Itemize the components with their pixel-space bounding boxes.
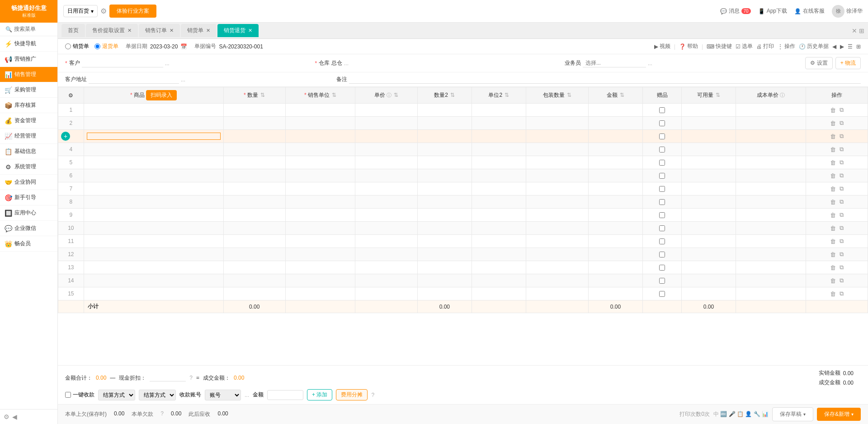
gift-checkbox[interactable] (659, 107, 665, 113)
sidebar-item-shortcut[interactable]: ⚡ 快捷导航 (0, 36, 57, 52)
pack-qty-cell-active[interactable] (526, 130, 589, 143)
copy-row-btn[interactable]: ⧉ (839, 145, 844, 154)
unit2-sort-icon[interactable]: ⇅ (505, 92, 509, 98)
tab-sale-delivery[interactable]: 销货单 ✕ (181, 24, 217, 37)
radio-sale-input[interactable] (65, 43, 71, 49)
agent-input[interactable] (583, 59, 646, 67)
gift-checkbox-active[interactable] (659, 133, 665, 139)
save-draft-dropdown-icon[interactable]: ▾ (803, 412, 806, 417)
unit2-cell[interactable] (472, 117, 526, 130)
qty2-cell[interactable] (417, 117, 472, 130)
toolbar-video[interactable]: ▶ 视频 (654, 43, 670, 50)
tab-sale-price[interactable]: 售价提取设置 ✕ (86, 24, 138, 37)
radio-sale[interactable]: 销货单 (65, 43, 89, 50)
copy-row-btn[interactable]: ⧉ (839, 119, 844, 128)
industry-select[interactable]: 日用百货 ▾ (63, 5, 98, 17)
sidebar-item-sales[interactable]: 📊 销售管理 (0, 67, 57, 82)
settings-icon[interactable]: ⚙ (68, 92, 73, 99)
save-new-btn[interactable]: 保存&新增 ▾ (817, 408, 861, 421)
unit2-cell[interactable] (472, 104, 526, 117)
delete-row-btn[interactable]: 🗑 (829, 276, 837, 285)
price-cell[interactable] (355, 104, 417, 117)
customer-dots[interactable]: ... (165, 60, 170, 67)
one-click-payment-checkbox[interactable]: 一键收款 (65, 391, 94, 399)
delete-row-btn[interactable]: 🗑 (829, 237, 837, 246)
sidebar-item-member[interactable]: 👑 畅会员 (0, 236, 57, 252)
product-input-active[interactable] (87, 133, 221, 140)
sidebar-search[interactable]: 🔍 搜索菜单 (0, 23, 57, 36)
toolbar-print[interactable]: 🖨 打印 (756, 43, 774, 50)
tab-sale-return[interactable]: 销货退货 ✕ (217, 24, 259, 37)
product-input[interactable] (87, 107, 221, 113)
collapse-icon[interactable]: ◀ (12, 413, 17, 420)
payment-amount-input[interactable] (267, 390, 303, 400)
pack-qty-cell[interactable] (526, 117, 589, 130)
delete-row-btn[interactable]: 🗑 (829, 172, 837, 180)
delete-row-btn[interactable]: 🗑 (829, 263, 837, 272)
address-dots[interactable]: ... (181, 76, 185, 83)
delete-row-btn[interactable]: 🗑 (829, 145, 837, 154)
pack-sort-icon[interactable]: ⇅ (567, 92, 571, 98)
gift-checkbox[interactable] (659, 252, 665, 257)
warehouse-dots[interactable]: ... (344, 60, 349, 67)
discount-input[interactable] (150, 375, 186, 381)
toolbar-history[interactable]: 🕐 历史单据 (799, 43, 829, 50)
remark-input[interactable] (349, 75, 861, 84)
tab-close-sale-return[interactable]: ✕ (248, 28, 252, 33)
delete-row-btn[interactable]: 🗑 (829, 132, 837, 141)
cost-price-cell[interactable] (736, 117, 806, 130)
gift-checkbox[interactable] (659, 186, 665, 192)
fee-help-icon[interactable]: ? (371, 392, 374, 398)
toolbar-view-grid[interactable]: ⊞ (856, 43, 861, 50)
delete-row-btn[interactable]: 🗑 (829, 185, 837, 193)
save-new-dropdown-icon[interactable]: ▾ (851, 412, 854, 417)
account-select[interactable]: 账号 (205, 390, 241, 400)
settlement-select[interactable]: 结算方式 (98, 390, 135, 400)
gift-checkbox[interactable] (659, 199, 665, 205)
qty-cell[interactable] (223, 117, 285, 130)
qty-cell[interactable] (223, 104, 285, 117)
toolbar-prev[interactable]: ◀ (832, 43, 836, 50)
customer-input[interactable] (82, 59, 163, 67)
amount-cell[interactable] (588, 117, 642, 130)
sidebar-item-enterprise[interactable]: 🤝 企业协同 (0, 175, 57, 190)
toolbar-help[interactable]: ❓ 帮助 (679, 43, 698, 50)
tab-home[interactable]: 首页 (61, 24, 85, 37)
expand-tabs-btn[interactable]: ⊞ (859, 27, 864, 34)
settings-bottom-icon[interactable]: ⚙ (4, 413, 9, 420)
price-info-icon[interactable]: ⓘ (387, 92, 392, 98)
gift-checkbox[interactable] (659, 238, 665, 244)
single-owe-info-icon[interactable]: ? (160, 410, 164, 418)
cost-price-cell-active[interactable] (736, 130, 806, 143)
copy-row-btn[interactable]: ⧉ (839, 210, 844, 219)
tab-close-sale-delivery[interactable]: ✕ (206, 28, 210, 33)
available-cell-active[interactable] (681, 130, 736, 143)
sidebar-item-system[interactable]: ⚙ 系统管理 (0, 159, 57, 175)
discount-help-icon[interactable]: ? (189, 375, 193, 381)
gift-cell-active[interactable] (643, 130, 682, 143)
gift-checkbox[interactable] (659, 173, 665, 179)
avail-sort-icon[interactable]: ⇅ (716, 92, 720, 98)
toolbar-select[interactable]: ☑ 选单 (736, 43, 753, 50)
delete-row-btn[interactable]: 🗑 (829, 106, 837, 114)
amount-cell[interactable] (588, 104, 642, 117)
copy-row-btn[interactable]: ⧉ (839, 276, 844, 285)
sidebar-item-apps[interactable]: 🔲 应用中心 (0, 205, 57, 221)
account-dots[interactable]: ... (245, 392, 249, 398)
toolbar-view-list[interactable]: ☰ (848, 43, 853, 50)
gift-cell[interactable] (643, 117, 682, 130)
product-cell-active[interactable] (84, 130, 223, 143)
sidebar-item-inventory[interactable]: 📦 库存核算 (0, 98, 57, 113)
cost-info-icon[interactable]: ⓘ (780, 92, 785, 98)
delete-row-btn[interactable]: 🗑 (829, 250, 837, 259)
price-cell-active[interactable] (355, 130, 417, 143)
amount-cell-active[interactable] (588, 130, 642, 143)
tab-close-sale-order[interactable]: ✕ (170, 28, 174, 33)
toolbar-shortcut[interactable]: ⌨ 快捷键 (707, 43, 732, 50)
delete-row-btn[interactable]: 🗑 (829, 158, 837, 167)
trial-btn[interactable]: 体验行业方案 (109, 5, 156, 18)
copy-row-btn[interactable]: ⧉ (839, 250, 844, 259)
toolbar-action[interactable]: ⋮ 操作 (778, 43, 795, 50)
app-download-btn[interactable]: 📱 App下载 (758, 7, 787, 15)
add-payment-btn[interactable]: + 添加 (307, 389, 332, 400)
